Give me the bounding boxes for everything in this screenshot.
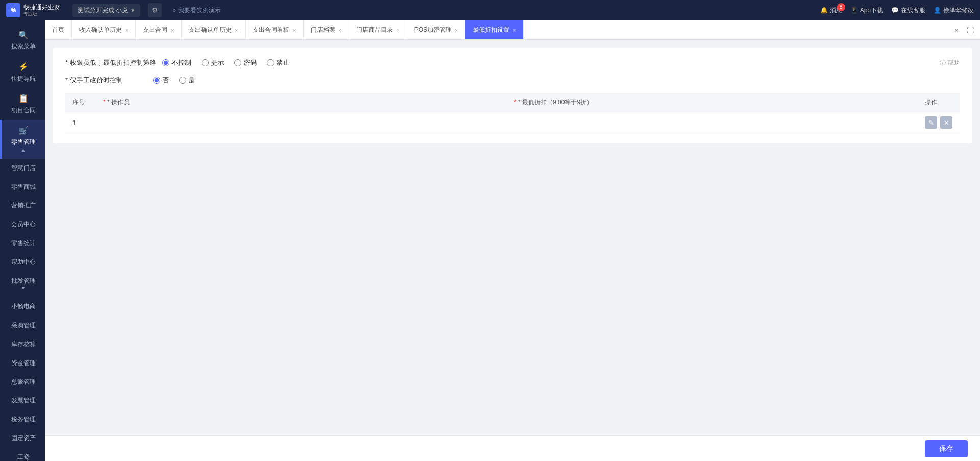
app-download-button[interactable]: 📱 App下载 <box>850 6 883 15</box>
sidebar-item-project[interactable]: 📋 项目合同 <box>0 88 45 119</box>
logo-text: 畅捷通好业财 专业版 <box>23 4 60 16</box>
tab-close-payment-contract[interactable]: × <box>170 27 174 33</box>
manual-radio-group: 否 是 <box>153 76 195 85</box>
sidebar-item-salary[interactable]: 工资 <box>0 448 45 461</box>
policy-radio-group: 不控制 提示 密码 禁止 <box>162 58 289 67</box>
policy-option-no-control[interactable]: 不控制 <box>162 58 191 67</box>
policy-radio-password[interactable] <box>234 59 241 66</box>
user-profile-button[interactable]: 👤 徐泽华修改 <box>934 6 974 15</box>
project-icon: 📋 <box>18 93 29 104</box>
tab-payment-contract-board[interactable]: 支出合同看板 × <box>246 20 303 40</box>
sidebar-item-retail[interactable]: 🛒 零售管理 ▲ <box>0 120 45 159</box>
help-icon: ⓘ <box>940 59 946 67</box>
policy-option-remind[interactable]: 提示 <box>202 58 224 67</box>
env-selector[interactable]: 测试分开完成·小兑 ▼ <box>72 4 140 17</box>
tab-maximize-button[interactable]: ⛶ <box>965 24 976 36</box>
sidebar-item-capital[interactable]: 资金管理 <box>0 354 45 373</box>
retail-arrow-icon: ▲ <box>21 147 26 154</box>
online-service-button[interactable]: 💬 在线客服 <box>891 6 925 15</box>
tab-income-history[interactable]: 收入确认单历史 × <box>72 20 136 40</box>
tab-close-payment-contract-board[interactable]: × <box>292 27 296 33</box>
policy-option-password[interactable]: 密码 <box>234 58 257 67</box>
table-row: 1 ✎ ✕ <box>65 112 960 133</box>
message-icon: 🔔 <box>820 7 828 14</box>
logo-icon: 畅 <box>6 3 20 17</box>
settings-form-card: * 收银员低于最低折扣控制策略 不控制 提示 密码 <box>53 48 972 143</box>
tab-min-discount[interactable]: 最低折扣设置 × <box>465 20 523 40</box>
manual-row: * 仅手工改价时控制 否 是 <box>65 76 960 85</box>
tab-payment-contract[interactable]: 支出合同 × <box>136 20 181 40</box>
policy-option-forbid[interactable]: 禁止 <box>267 58 289 67</box>
tab-close-all-button[interactable]: × <box>952 24 961 36</box>
page-content: * 收银员低于最低折扣控制策略 不控制 提示 密码 <box>45 40 980 435</box>
sidebar-item-tax[interactable]: 税务管理 <box>0 410 45 429</box>
sidebar-item-shortcut[interactable]: ⚡ 快捷导航 <box>0 56 45 88</box>
sidebar-item-smart-store[interactable]: 智慧门店 <box>0 159 45 178</box>
col-header-action: 操作 <box>918 93 960 112</box>
tab-close-payment-confirm-history[interactable]: × <box>235 27 238 33</box>
help-link[interactable]: ⓘ 帮助 <box>940 59 960 67</box>
policy-radio-remind[interactable] <box>202 59 209 66</box>
table-header-row: 序号 * * 操作员 * * 最低折扣（9.00等于9折） 操作 <box>65 93 960 112</box>
policy-radio-no-control[interactable] <box>162 59 169 66</box>
wholesale-arrow-icon: ▼ <box>21 285 26 292</box>
policy-row: * 收银员低于最低折扣控制策略 不控制 提示 密码 <box>65 58 960 67</box>
demo-link[interactable]: ○ 我要看实例演示 <box>172 6 220 15</box>
header-left: 畅 畅捷通好业财 专业版 测试分开完成·小兑 ▼ ⚙ ○ 我要看实例演示 <box>6 3 221 17</box>
user-icon: 👤 <box>934 7 941 14</box>
manual-radio-no[interactable] <box>153 77 160 84</box>
page-footer: 保存 <box>45 435 980 461</box>
save-button[interactable]: 保存 <box>925 440 968 457</box>
sidebar-item-retail-mall[interactable]: 零售商城 <box>0 178 45 197</box>
logo-area: 畅 畅捷通好业财 专业版 <box>6 3 60 17</box>
cell-discount <box>507 112 918 133</box>
col-header-discount: * * 最低折扣（9.00等于9折） <box>507 93 918 112</box>
sidebar-item-assets[interactable]: 固定资产 <box>0 429 45 448</box>
sidebar-item-retail-stats[interactable]: 零售统计 <box>0 234 45 253</box>
sidebar-item-invoice[interactable]: 发票管理 <box>0 391 45 410</box>
tab-close-income-history[interactable]: × <box>125 27 128 33</box>
service-icon: 💬 <box>891 7 899 14</box>
sidebar-item-member[interactable]: 会员中心 <box>0 215 45 234</box>
sidebar-item-ledger[interactable]: 总账管理 <box>0 373 45 392</box>
table-container: 序号 * * 操作员 * * 最低折扣（9.00等于9折） 操作 <box>65 93 960 133</box>
tab-bar: 首页 收入确认单历史 × 支出合同 × 支出确认单历史 × 支出合同看板 × 门… <box>45 20 980 40</box>
tab-pos-password[interactable]: POS加密管理 × <box>407 20 466 40</box>
tab-store-goods[interactable]: 门店商品目录 × <box>349 20 407 40</box>
col-header-operator: * * 操作员 <box>96 93 507 112</box>
message-badge: 8 <box>837 3 845 11</box>
col-header-seq: 序号 <box>65 93 96 112</box>
sidebar-item-wholesale[interactable]: 批发管理 ▼ <box>0 272 45 298</box>
env-arrow-icon: ▼ <box>130 8 135 13</box>
edit-row-button[interactable]: ✎ <box>925 116 937 129</box>
cell-seq: 1 <box>65 112 96 133</box>
settings-button[interactable]: ⚙ <box>148 3 162 17</box>
sidebar-item-ecommerce[interactable]: 小畅电商 <box>0 297 45 316</box>
sidebar-item-inventory[interactable]: 库存核算 <box>0 335 45 354</box>
sidebar-item-search[interactable]: 🔍 搜索菜单 <box>0 25 45 56</box>
manual-radio-yes[interactable] <box>179 77 186 84</box>
header-right: 🔔 消息 8 📱 App下载 💬 在线客服 👤 徐泽华修改 <box>820 6 974 15</box>
top-header: 畅 畅捷通好业财 专业版 测试分开完成·小兑 ▼ ⚙ ○ 我要看实例演示 🔔 消… <box>0 0 980 20</box>
discount-table: 序号 * * 操作员 * * 最低折扣（9.00等于9折） 操作 <box>65 93 960 133</box>
manual-label: * 仅手工改价时控制 <box>65 76 147 85</box>
sidebar-item-help[interactable]: 帮助中心 <box>0 253 45 272</box>
tab-close-min-discount[interactable]: × <box>512 27 516 33</box>
sidebar-item-marketing[interactable]: 营销推广 <box>0 196 45 215</box>
manual-option-yes[interactable]: 是 <box>179 76 195 85</box>
message-button[interactable]: 🔔 消息 8 <box>820 6 842 15</box>
tab-close-pos-password[interactable]: × <box>455 27 458 33</box>
lightning-icon: ⚡ <box>18 61 29 72</box>
policy-radio-forbid[interactable] <box>267 59 274 66</box>
content-area: 首页 收入确认单历史 × 支出合同 × 支出确认单历史 × 支出合同看板 × 门… <box>45 20 980 461</box>
tab-payment-confirm-history[interactable]: 支出确认单历史 × <box>182 20 246 40</box>
row-action-btns: ✎ ✕ <box>925 116 952 129</box>
tab-close-store-goods[interactable]: × <box>396 27 399 33</box>
policy-label: * 收银员低于最低折扣控制策略 <box>65 58 156 67</box>
sidebar-item-purchase[interactable]: 采购管理 <box>0 316 45 335</box>
tab-close-store-file[interactable]: × <box>338 27 341 33</box>
tab-store-file[interactable]: 门店档案 × <box>304 20 349 40</box>
manual-option-no[interactable]: 否 <box>153 76 169 85</box>
delete-row-button[interactable]: ✕ <box>940 116 952 129</box>
tab-home[interactable]: 首页 <box>45 20 72 40</box>
